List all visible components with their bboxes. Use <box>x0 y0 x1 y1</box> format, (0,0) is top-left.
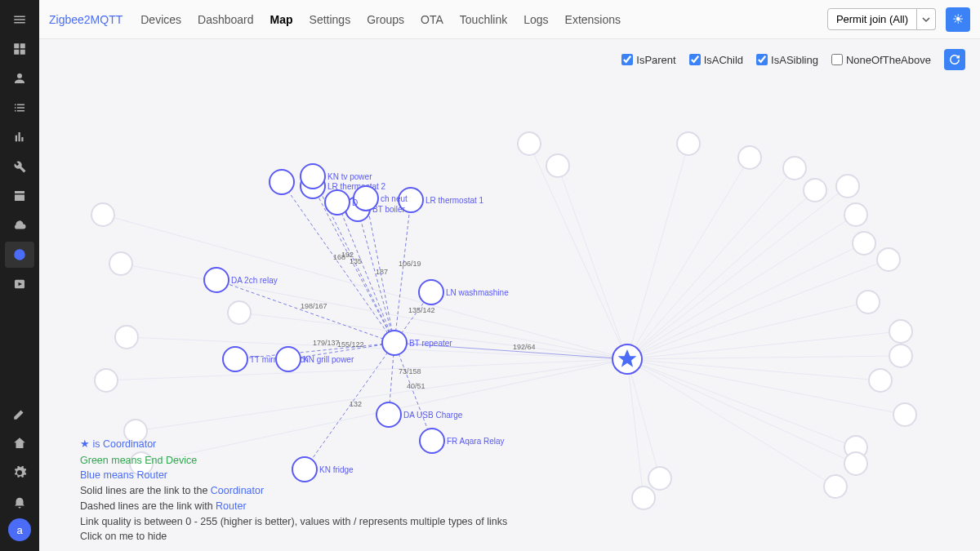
svg-line-15 <box>627 359 880 380</box>
tab-map[interactable]: Map <box>262 8 301 31</box>
svg-text:106/19: 106/19 <box>399 260 421 268</box>
node-n1[interactable] <box>270 170 294 194</box>
svg-line-17 <box>627 359 856 447</box>
svg-line-13 <box>627 331 901 359</box>
svg-point-75 <box>648 467 671 490</box>
svg-text:LN washmashine: LN washmashine <box>446 288 509 297</box>
tab-devices[interactable]: Devices <box>132 8 189 31</box>
svg-line-18 <box>627 359 856 464</box>
svg-line-16 <box>627 359 905 415</box>
node-kn-grill[interactable] <box>276 347 301 371</box>
svg-point-62 <box>836 175 859 198</box>
svg-line-53 <box>394 343 432 441</box>
svg-point-73 <box>844 452 867 475</box>
svg-point-57 <box>518 132 541 155</box>
node-tt-mirror[interactable] <box>223 347 247 371</box>
svg-point-67 <box>857 291 880 313</box>
media-icon[interactable] <box>5 271 34 297</box>
gear-icon[interactable] <box>5 460 34 486</box>
svg-point-65 <box>853 232 875 255</box>
svg-point-82 <box>91 203 114 226</box>
wrench-icon[interactable] <box>5 153 34 180</box>
cloud-icon[interactable] <box>5 212 34 238</box>
svg-text:198/167: 198/167 <box>301 302 327 310</box>
tab-settings[interactable]: Settings <box>301 8 359 31</box>
avatar[interactable]: a <box>8 518 31 541</box>
svg-text:40/51: 40/51 <box>407 382 425 390</box>
svg-line-22 <box>106 359 627 380</box>
tab-logs[interactable]: Logs <box>515 8 556 31</box>
svg-point-76 <box>632 487 655 509</box>
svg-point-64 <box>804 179 826 202</box>
tab-dashboard[interactable]: Dashboard <box>189 8 262 31</box>
svg-text:73/158: 73/158 <box>399 367 421 375</box>
svg-point-69 <box>889 344 912 367</box>
tab-extensions[interactable]: Extensions <box>557 8 629 31</box>
chart-icon[interactable] <box>5 124 34 150</box>
svg-point-0 <box>14 249 25 260</box>
permit-join-dropdown[interactable] <box>917 8 936 30</box>
svg-point-58 <box>546 154 569 177</box>
tab-ota[interactable]: OTA <box>412 8 452 31</box>
svg-text:ch neut: ch neut <box>381 194 408 203</box>
node-ln-wash[interactable] <box>419 280 443 304</box>
brand[interactable]: Zigbee2MQTT <box>49 13 122 26</box>
svg-line-4 <box>627 144 688 359</box>
svg-text:187: 187 <box>376 268 388 276</box>
svg-point-61 <box>783 157 806 180</box>
svg-text:KN tv power: KN tv power <box>327 172 372 181</box>
svg-line-26 <box>121 264 627 359</box>
svg-text:192/64: 192/64 <box>513 343 536 351</box>
topbar: Zigbee2MQTT DevicesDashboardMapSettingsG… <box>39 0 980 39</box>
svg-point-74 <box>824 475 847 498</box>
svg-text:BT boiler: BT boiler <box>372 205 406 214</box>
svg-line-8 <box>627 215 856 359</box>
home-icon[interactable] <box>5 430 34 456</box>
svg-text:179/137: 179/137 <box>313 339 340 347</box>
svg-text:132: 132 <box>350 400 362 408</box>
svg-point-83 <box>228 301 251 324</box>
node-da-2ch[interactable] <box>204 268 229 292</box>
svg-line-21 <box>627 359 644 498</box>
svg-line-25 <box>127 337 627 359</box>
svg-text:135: 135 <box>350 257 362 265</box>
svg-point-68 <box>889 320 912 343</box>
store-icon[interactable] <box>5 183 34 209</box>
svg-point-80 <box>115 326 138 349</box>
svg-point-66 <box>877 248 900 271</box>
node-bt-repeater[interactable] <box>382 331 407 355</box>
svg-text:LR thermostat 1: LR thermostat 1 <box>425 196 484 205</box>
svg-line-6 <box>627 168 795 359</box>
svg-point-59 <box>677 132 700 155</box>
svg-point-63 <box>844 203 867 226</box>
svg-line-3 <box>558 166 627 359</box>
node-kn-tv[interactable] <box>301 164 325 189</box>
bell-icon[interactable] <box>5 489 34 515</box>
zigbee-icon[interactable] <box>5 242 34 268</box>
theme-toggle[interactable]: ☀ <box>946 7 970 32</box>
dashboard-icon[interactable] <box>5 36 34 62</box>
list-icon[interactable] <box>5 95 34 121</box>
svg-line-37 <box>358 209 394 343</box>
menu-icon[interactable] <box>5 7 34 33</box>
tab-groups[interactable]: Groups <box>359 8 412 31</box>
svg-line-33 <box>394 200 411 343</box>
svg-point-70 <box>869 369 892 392</box>
edit-icon[interactable] <box>5 401 34 427</box>
svg-point-71 <box>893 403 916 426</box>
tab-touchlink[interactable]: Touchlink <box>452 8 515 31</box>
node-d-node[interactable] <box>325 190 350 215</box>
svg-text:155/122: 155/122 <box>337 340 364 349</box>
user-icon[interactable] <box>5 65 34 91</box>
permit-join-button[interactable]: Permit join (All) <box>827 8 917 30</box>
map-legend[interactable]: ★ is Coordinator Green means End Device … <box>80 437 507 544</box>
svg-line-11 <box>627 260 889 359</box>
svg-point-60 <box>738 146 761 169</box>
svg-text:DA USB Charge: DA USB Charge <box>403 411 463 420</box>
svg-point-77 <box>95 369 118 392</box>
svg-line-20 <box>627 359 660 478</box>
svg-line-9 <box>627 190 815 359</box>
svg-line-2 <box>529 144 627 359</box>
svg-text:BT repeater: BT repeater <box>409 339 452 348</box>
node-da-usb[interactable] <box>376 402 401 427</box>
